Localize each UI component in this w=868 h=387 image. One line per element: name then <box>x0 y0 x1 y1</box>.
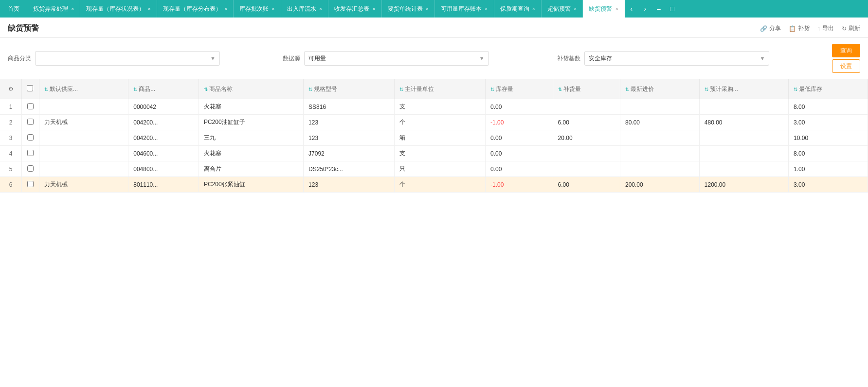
tab-crlls[interactable]: 出入库流水 × <box>281 0 328 18</box>
refresh-button[interactable]: ↻ 刷新 <box>842 24 860 33</box>
col-unit: ⇅ 主计量单位 <box>394 79 485 99</box>
close-tab-sfshz[interactable]: × <box>372 6 375 12</box>
row-num-2: 2 <box>0 115 22 130</box>
gear-icon[interactable]: ⚙ <box>5 83 17 95</box>
row-checkbox-6[interactable] <box>22 177 39 193</box>
row-checkbox-3[interactable] <box>22 130 39 146</box>
col-supplier-sort[interactable]: ⇅ 默认供应... <box>44 85 78 93</box>
tab-kylkz[interactable]: 可用量库存账本 × <box>435 0 494 18</box>
row-checkbox-2[interactable] <box>22 115 39 130</box>
row-unit-1: 支 <box>394 99 485 115</box>
close-tab-yhdtj[interactable]: × <box>426 6 429 12</box>
row-spec-4: J7092 <box>304 146 395 161</box>
tab-kspca[interactable]: 库存批次账 × <box>234 0 281 18</box>
row-checkbox-4[interactable] <box>22 146 39 161</box>
close-tab-xclkzk[interactable]: × <box>147 6 150 12</box>
col-est-purchase: ⇅ 预计采购... <box>699 79 788 99</box>
tab-qhyj[interactable]: 缺货预警 × <box>583 0 624 18</box>
filter-actions: 查询 设置 <box>832 44 860 73</box>
row-spec-6: 123 <box>304 177 395 193</box>
close-tab-crlls[interactable]: × <box>319 6 322 12</box>
page-title: 缺货预警 <box>8 23 39 34</box>
tab-next-btn[interactable]: › <box>638 0 652 18</box>
sort-icon-spec: ⇅ <box>308 87 312 92</box>
row-checkbox-5[interactable] <box>22 161 39 177</box>
col-name-sort[interactable]: ⇅ 商品名称 <box>204 85 233 93</box>
row-spec-3: 123 <box>304 130 395 146</box>
sort-icon-supplier: ⇅ <box>44 87 48 92</box>
table-row: 5 004800... 离合片 DS250*23c... 只 0.00 1.00 <box>0 161 868 177</box>
close-tab-qhyj[interactable]: × <box>615 6 618 12</box>
col-minstk-sort[interactable]: ⇅ 最低库存 <box>794 85 822 93</box>
col-price-sort[interactable]: ⇅ 最新进价 <box>625 85 654 93</box>
datasource-label: 数据源 <box>283 54 300 63</box>
close-tab-bzqcx[interactable]: × <box>532 6 535 12</box>
datasource-arrow-icon: ▼ <box>479 55 485 61</box>
sort-icon-stock: ⇅ <box>490 87 494 92</box>
row-est-3 <box>699 130 788 146</box>
row-unit-5: 只 <box>394 161 485 177</box>
col-est-sort[interactable]: ⇅ 预计采购... <box>705 85 738 93</box>
tab-prev-btn[interactable]: ‹ <box>625 0 638 18</box>
row-select-checkbox[interactable] <box>27 150 34 156</box>
row-minstk-6: 3.00 <box>789 177 868 193</box>
tab-maximize-btn[interactable]: □ <box>666 0 679 18</box>
row-est-6: 1200.00 <box>699 177 788 193</box>
row-minstk-3: 10.00 <box>789 130 868 146</box>
tab-home[interactable]: 首页 <box>0 0 27 18</box>
close-tab-kspca[interactable]: × <box>271 6 274 12</box>
row-minstk-4: 8.00 <box>789 146 868 161</box>
close-tab-lhjycl[interactable]: × <box>71 6 74 12</box>
tab-ccyj[interactable]: 超储预警 × <box>542 0 583 18</box>
row-num-4: 4 <box>0 146 22 161</box>
close-tab-ccyj[interactable]: × <box>574 6 577 12</box>
tab-bar: 首页 拣货异常处理 × 现存量（库存状况表） × 现存量（库存分布表） × 库存… <box>0 0 868 18</box>
tab-bzqcx[interactable]: 保质期查询 × <box>494 0 542 18</box>
row-select-checkbox[interactable] <box>27 165 34 172</box>
tab-xclkzk[interactable]: 现存量（库存状况表） × <box>80 0 157 18</box>
replenish-base-select[interactable]: 安全库存 ▼ <box>584 51 769 66</box>
row-select-checkbox[interactable] <box>27 103 34 109</box>
export-button[interactable]: ↑ 导出 <box>817 24 834 33</box>
select-all-checkbox[interactable] <box>27 85 33 91</box>
row-spec-2: 123 <box>304 115 395 130</box>
row-unit-2: 个 <box>394 115 485 130</box>
row-name-4: 火花塞 <box>199 146 303 161</box>
tab-xclfbt[interactable]: 现存量（库存分布表） × <box>157 0 234 18</box>
row-select-checkbox[interactable] <box>27 119 34 125</box>
table-header-row: ⚙ ⇅ 默认供应... ⇅ 商品... <box>0 79 868 99</box>
datasource-value: 可用量 <box>308 54 326 63</box>
col-default-supplier: ⇅ 默认供应... <box>39 79 128 99</box>
row-supplier-3 <box>39 130 128 146</box>
row-price-5 <box>620 161 699 177</box>
close-tab-xclfbt[interactable]: × <box>224 6 227 12</box>
settings-button[interactable]: 设置 <box>832 59 860 73</box>
tab-lhjycl[interactable]: 拣货异常处理 × <box>27 0 80 18</box>
row-select-checkbox[interactable] <box>27 134 34 141</box>
row-checkbox-1[interactable] <box>22 99 39 115</box>
datasource-select[interactable]: 可用量 ▼ <box>304 51 489 66</box>
row-stock-4: 0.00 <box>486 146 553 161</box>
col-replenish-sort[interactable]: ⇅ 补货量 <box>558 85 581 93</box>
col-min-stock: ⇅ 最低库存 <box>789 79 868 99</box>
col-code-sort[interactable]: ⇅ 商品... <box>133 85 155 93</box>
tab-minimize-btn[interactable]: – <box>652 0 666 18</box>
category-select[interactable]: ▼ <box>35 51 220 66</box>
col-spec-sort[interactable]: ⇅ 规格型号 <box>308 85 337 93</box>
share-button[interactable]: 🔗 分享 <box>760 24 781 33</box>
row-replenish-3: 20.00 <box>553 130 620 146</box>
row-select-checkbox[interactable] <box>27 181 34 187</box>
tab-yhdtj[interactable]: 要货单统计表 × <box>382 0 435 18</box>
col-settings-gear[interactable]: ⚙ <box>0 79 22 99</box>
query-button[interactable]: 查询 <box>832 44 860 57</box>
close-tab-kylkz[interactable]: × <box>485 6 488 12</box>
row-num-3: 3 <box>0 130 22 146</box>
tab-sfshz[interactable]: 收发存汇总表 × <box>328 0 381 18</box>
replenish-base-value: 安全库存 <box>589 54 612 63</box>
filter-bar: 商品分类 ▼ 数据源 可用量 ▼ 补货基数 安全库存 ▼ 查询 设置 <box>0 38 868 79</box>
header-actions: 🔗 分享 📋 补货 ↑ 导出 ↻ 刷新 <box>760 24 860 33</box>
col-unit-sort[interactable]: ⇅ 主计量单位 <box>399 85 434 93</box>
replenish-button[interactable]: 📋 补货 <box>789 24 810 33</box>
col-stock-sort[interactable]: ⇅ 库存量 <box>490 85 513 93</box>
row-replenish-4 <box>553 146 620 161</box>
